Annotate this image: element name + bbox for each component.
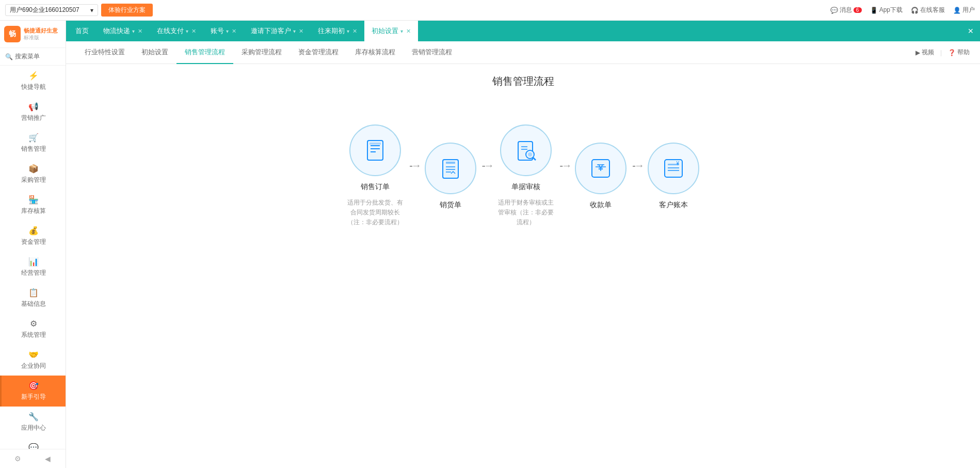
nav-tab-zhifu[interactable]: 在线支付 ▾✕	[150, 21, 203, 41]
nav-icon-jingying: 📊	[28, 257, 39, 267]
nav-icon-caigou: 📦	[28, 164, 39, 174]
nav-label-xinshou: 新手引导	[21, 393, 46, 401]
play-icon: ▶	[915, 49, 920, 56]
flow-step-shou-kuan-dan[interactable]: ¥ 收款单	[575, 143, 626, 210]
logo-subtitle: 标准版	[24, 34, 58, 41]
online-service-button[interactable]: 🎧 在线客服	[911, 6, 945, 14]
nav-icon-weixin: 💬	[28, 443, 39, 449]
main-layout: 畅 畅捷通好生意 标准版 🔍 搜索菜单 ⚡ 快捷导航 📢 营销推广 🛒 销售管理…	[0, 21, 980, 468]
nav-label-yingxiao: 营销推广	[21, 114, 46, 122]
help-button[interactable]: ❓ 帮助	[948, 48, 970, 57]
flow-step-label-xiaoshou-dingdan: 销售订单	[361, 182, 390, 192]
flow-step-xiaoshou-dingdan[interactable]: 销售订单适用于分批发货、有合同发货周期较长（注：非必要流程）	[347, 124, 404, 228]
user-selector[interactable]: 用户690企业1660120507 ▾	[5, 4, 98, 16]
flow-arrow-3: ···→	[626, 160, 648, 171]
nav-tab-home[interactable]: 首页	[68, 21, 96, 41]
flow-step-desc-danju-shenhe: 适用于财务审核或主管审核（注：非必要流程）	[497, 198, 554, 228]
sidebar-item-jichu[interactable]: 📋 基础信息	[0, 283, 66, 314]
sidebar-item-xitong[interactable]: ⚙ 系统管理	[0, 314, 66, 345]
nav-tab-close-wuliu[interactable]: ✕	[138, 28, 142, 35]
nav-label-kuaijie: 快捷导航	[21, 83, 46, 91]
nav-tab-label-wuliu: 物流快递	[103, 26, 130, 36]
online-service-label: 在线客服	[920, 6, 945, 14]
sub-tab-yingxiao[interactable]: 营销管理流程	[404, 41, 460, 64]
flow-step-label-kehu-zhangben: 客户账本	[659, 200, 688, 210]
nav-icon-kuaijie: ⚡	[28, 71, 39, 81]
search-icon: 🔍	[5, 53, 13, 60]
settings-button[interactable]: ⚙	[5, 455, 31, 463]
sub-tab-caigou[interactable]: 采购管理流程	[233, 41, 290, 64]
nav-tab-chushi[interactable]: 初始设置 ▾✕	[364, 21, 418, 41]
nav-tab-label-yaoqing: 邀请下游客户	[251, 26, 291, 36]
sidebar-item-caigou[interactable]: 📦 采购管理	[0, 159, 66, 190]
nav-tab-close-zhifu[interactable]: ✕	[191, 28, 196, 35]
nav-icon-kucun: 🏪	[28, 195, 39, 205]
phone-icon: 📱	[870, 7, 878, 14]
nav-tab-zhanghu[interactable]: 账号 ▾✕	[203, 21, 244, 41]
logo-text-area: 畅捷通好生意 标准版	[24, 27, 58, 41]
sidebar-item-zijin[interactable]: 💰 资金管理	[0, 221, 66, 252]
sub-tabs-bar: 行业特性设置初始设置销售管理流程采购管理流程资金管理流程库存核算流程营销管理流程…	[66, 41, 980, 64]
message-button[interactable]: 💬 消息 6	[830, 6, 862, 14]
sidebar-item-jingying[interactable]: 📊 经营管理	[0, 252, 66, 283]
chevron-down-icon: ▾	[90, 7, 93, 14]
flow-circle-kehu-zhangben: ¥	[648, 143, 699, 194]
user-name-label: 用户	[962, 6, 975, 14]
flow-step-label-shou-kuan-dan: 收款单	[590, 200, 612, 210]
nav-tab-yaoqing[interactable]: 邀请下游客户 ▾✕	[244, 21, 311, 41]
sub-tab-zijin[interactable]: 资金管理流程	[290, 41, 347, 64]
sub-tab-xiaoshou[interactable]: 销售管理流程	[176, 41, 233, 64]
nav-tab-close-chushi[interactable]: ✕	[406, 28, 411, 35]
sub-tab-chushi[interactable]: 初始设置	[133, 41, 176, 64]
sidebar-item-yingyong[interactable]: 🔧 应用中心	[0, 407, 66, 438]
nav-tab-close-zhanghu[interactable]: ✕	[232, 28, 236, 35]
sidebar-item-yingxiao[interactable]: 📢 营销推广	[0, 97, 66, 128]
sidebar-item-qiye[interactable]: 🤝 企业协同	[0, 345, 66, 376]
flow-step-xiao-huo-dan[interactable]: 销货单	[425, 143, 476, 210]
flow-step-kehu-zhangben[interactable]: ¥ 客户账本	[648, 143, 699, 210]
sidebar: 畅 畅捷通好生意 标准版 🔍 搜索菜单 ⚡ 快捷导航 📢 营销推广 🛒 销售管理…	[0, 21, 66, 468]
nav-icon-xitong: ⚙	[30, 319, 37, 329]
top-bar: 用户690企业1660120507 ▾ 体验行业方案 💬 消息 6 📱 App下…	[0, 0, 980, 21]
nav-tab-label-chushi: 初始设置	[372, 26, 398, 36]
search-menu-button[interactable]: 🔍 搜索菜单	[0, 48, 66, 66]
user-avatar-button[interactable]: 👤 用户	[953, 6, 975, 14]
sidebar-item-xinshou[interactable]: 🎯 新手引导	[0, 376, 66, 407]
nav-label-yingyong: 应用中心	[21, 424, 46, 432]
divider: |	[940, 49, 942, 56]
nav-tab-label-wanglai: 往来期初	[318, 26, 345, 36]
close-all-tabs-button[interactable]: ✕	[963, 27, 978, 35]
try-industry-button[interactable]: 体验行业方案	[101, 4, 153, 17]
sidebar-item-kucun[interactable]: 🏪 库存核算	[0, 190, 66, 221]
sub-tab-hangye[interactable]: 行业特性设置	[76, 41, 133, 64]
sidebar-item-weixin[interactable]: 💬 企业微信	[0, 438, 66, 449]
content-area: 首页物流快递 ▾✕在线支付 ▾✕账号 ▾✕邀请下游客户 ▾✕往来期初 ▾✕初始设…	[66, 21, 980, 468]
video-help-button[interactable]: ▶ 视频	[915, 48, 934, 57]
svg-text:¥: ¥	[676, 161, 679, 166]
page-content: 销售管理流程 销售订单适用于分批发货、有合同发货周期较长（注：非必要流程）···…	[66, 64, 980, 468]
help-icon: ❓	[948, 49, 956, 56]
nav-tab-close-yaoqing[interactable]: ✕	[299, 28, 303, 35]
sidebar-item-xiaoshou[interactable]: 🛒 销售管理	[0, 128, 66, 159]
sidebar-item-kuaijie[interactable]: ⚡ 快捷导航	[0, 66, 66, 97]
nav-tab-chevron-zhanghu: ▾	[226, 28, 229, 34]
sub-tabs-right: ▶ 视频 | ❓ 帮助	[915, 48, 970, 57]
sub-tab-kucun[interactable]: 库存核算流程	[347, 41, 404, 64]
logo-area: 畅 畅捷通好生意 标准版	[0, 21, 66, 48]
headset-icon: 🎧	[911, 7, 919, 14]
app-download-button[interactable]: 📱 App下载	[870, 6, 903, 14]
flow-step-label-xiao-huo-dan: 销货单	[440, 200, 461, 210]
nav-icon-qiye: 🤝	[28, 350, 39, 360]
flow-arrow-2: ···→	[554, 160, 575, 171]
flow-step-danju-shenhe[interactable]: 单据审核适用于财务审核或主管审核（注：非必要流程）	[497, 124, 554, 228]
svg-text:¥: ¥	[598, 163, 604, 173]
flow-circle-xiao-huo-dan	[425, 143, 476, 194]
nav-tab-close-wanglai[interactable]: ✕	[352, 28, 357, 35]
nav-label-qiye: 企业协同	[21, 362, 46, 370]
nav-tab-wuliu[interactable]: 物流快递 ▾✕	[96, 21, 150, 41]
collapse-button[interactable]: ◀	[35, 455, 61, 463]
sidebar-nav: ⚡ 快捷导航 📢 营销推广 🛒 销售管理 📦 采购管理 🏪 库存核算 💰 资金管…	[0, 66, 66, 449]
top-bar-left: 用户690企业1660120507 ▾ 体验行业方案	[5, 4, 153, 17]
nav-tab-wanglai[interactable]: 往来期初 ▾✕	[311, 21, 364, 41]
top-bar-right: 💬 消息 6 📱 App下载 🎧 在线客服 👤 用户	[830, 6, 975, 14]
